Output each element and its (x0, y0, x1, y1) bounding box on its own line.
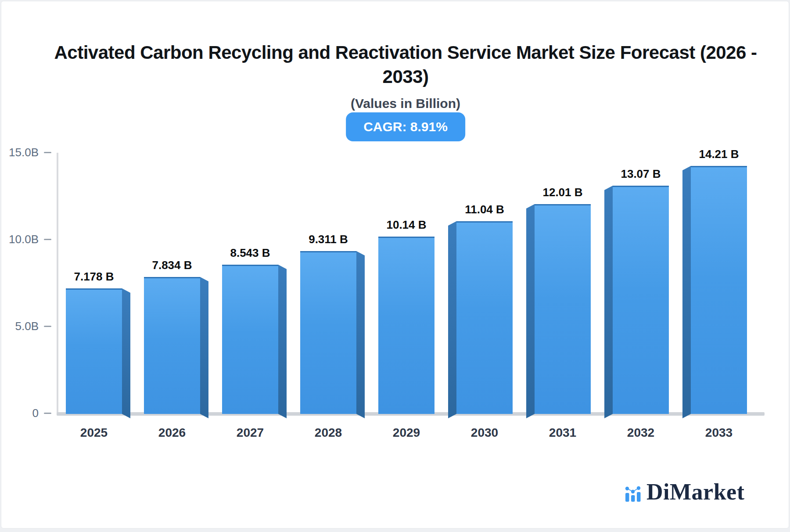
bar-value-label-2031: 12.01 B (542, 186, 582, 199)
y-tick-label-15.0B: 15.0B (0, 145, 39, 160)
x-tick-label-2029: 2029 (393, 426, 420, 440)
bar-value-label-2027: 8.543 B (230, 246, 270, 260)
bar-chart: 05.0B10.0B15.0B7.178 B20257.834 B20268.5… (0, 0, 790, 532)
bar-2028[interactable] (300, 251, 356, 414)
bar-value-label-2029: 10.14 B (386, 218, 426, 232)
bar-value-label-2030: 11.04 B (465, 203, 504, 216)
bar-value-label-2032: 13.07 B (621, 167, 661, 181)
bar-2026[interactable] (144, 277, 200, 414)
bar-value-label-2028: 9.311 B (309, 233, 348, 246)
bar-side-face-2027 (278, 265, 287, 418)
bar-2025[interactable] (66, 288, 122, 414)
y-tick-mark (44, 239, 51, 240)
bar-chart-logo-icon (625, 485, 643, 503)
bar-2033[interactable] (691, 166, 747, 414)
x-tick-label-2030: 2030 (471, 426, 498, 440)
y-tick-mark (44, 413, 51, 414)
bar-2027[interactable] (222, 265, 278, 414)
x-tick-label-2033: 2033 (705, 426, 733, 440)
y-tick-label-10.0B: 10.0B (0, 232, 39, 247)
page-bottom-strip (0, 528, 790, 532)
dimarket-logo: DiMarket (625, 481, 744, 503)
bar-side-face-2032 (604, 186, 613, 418)
bar-value-label-2025: 7.178 B (74, 270, 114, 284)
bar-value-label-2033: 14.21 B (699, 147, 739, 161)
x-tick-label-2032: 2032 (627, 426, 654, 440)
bar-2029[interactable] (378, 237, 434, 414)
x-tick-label-2028: 2028 (315, 426, 342, 440)
x-tick-label-2026: 2026 (158, 426, 186, 440)
bar-side-face-2031 (526, 204, 535, 418)
y-tick-label-0: 0 (0, 406, 39, 421)
x-tick-label-2031: 2031 (549, 426, 576, 440)
bar-2031[interactable] (535, 204, 591, 414)
y-tick-label-5.0B: 5.0B (0, 319, 39, 334)
y-axis-line (57, 153, 58, 413)
bar-side-face-2028 (356, 251, 365, 418)
bar-2030[interactable] (456, 221, 513, 414)
bar-side-face-2033 (682, 166, 691, 418)
x-tick-label-2027: 2027 (237, 426, 264, 440)
report-page: Activated Carbon Recycling and Reactivat… (0, 0, 790, 532)
bar-2032[interactable] (613, 186, 669, 414)
bar-side-face-2025 (122, 288, 130, 418)
logo-text: DiMarket (646, 481, 744, 503)
y-tick-mark (44, 152, 51, 153)
bar-side-face-2026 (200, 277, 208, 418)
bar-value-label-2026: 7.834 B (152, 259, 192, 272)
x-tick-label-2025: 2025 (80, 426, 108, 440)
bar-side-face-2030 (448, 221, 456, 418)
y-tick-mark (44, 326, 51, 327)
